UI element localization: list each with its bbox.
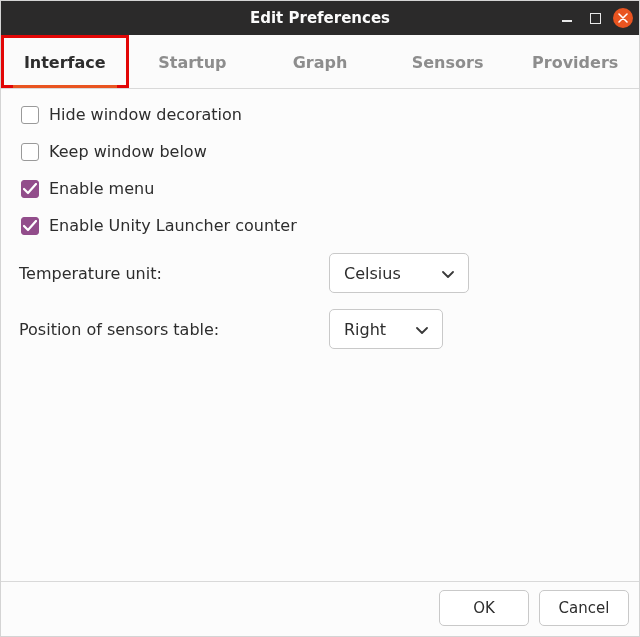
chevron-down-icon bbox=[442, 264, 454, 283]
select-value: Right bbox=[344, 320, 386, 339]
minimize-icon[interactable] bbox=[557, 8, 577, 28]
temperature-unit-select[interactable]: Celsius bbox=[329, 253, 469, 293]
maximize-icon[interactable] bbox=[585, 8, 605, 28]
sensors-position-row: Position of sensors table: Right bbox=[19, 307, 621, 349]
titlebar[interactable]: Edit Preferences bbox=[1, 1, 639, 35]
checkbox-enable-menu-row: Enable menu bbox=[19, 177, 621, 200]
checkbox-label: Enable Unity Launcher counter bbox=[49, 216, 297, 235]
field-label: Position of sensors table: bbox=[19, 320, 329, 339]
preferences-window: Edit Preferences Interface Startup Graph… bbox=[0, 0, 640, 637]
checkbox-keep-below-row: Keep window below bbox=[19, 140, 621, 163]
tab-sensors[interactable]: Sensors bbox=[384, 35, 512, 88]
tab-interface[interactable]: Interface bbox=[1, 35, 129, 88]
tab-label: Interface bbox=[24, 53, 106, 72]
select-value: Celsius bbox=[344, 264, 401, 283]
cancel-button[interactable]: Cancel bbox=[539, 590, 629, 626]
sensors-position-select[interactable]: Right bbox=[329, 309, 443, 349]
tab-graph[interactable]: Graph bbox=[256, 35, 384, 88]
window-controls bbox=[557, 1, 633, 35]
tab-label: Sensors bbox=[412, 53, 484, 72]
tab-label: Startup bbox=[158, 53, 226, 72]
checkbox-label: Enable menu bbox=[49, 179, 154, 198]
tabs: Interface Startup Graph Sensors Provider… bbox=[1, 35, 639, 89]
button-label: Cancel bbox=[559, 599, 610, 617]
tab-providers[interactable]: Providers bbox=[511, 35, 639, 88]
tab-label: Providers bbox=[532, 53, 618, 72]
button-label: OK bbox=[473, 599, 495, 617]
tab-startup[interactable]: Startup bbox=[129, 35, 257, 88]
temperature-unit-row: Temperature unit: Celsius bbox=[19, 251, 621, 293]
checkbox-enable-menu[interactable] bbox=[21, 180, 39, 198]
checkbox-keep-below[interactable] bbox=[21, 143, 39, 161]
window-title: Edit Preferences bbox=[1, 9, 639, 27]
close-icon[interactable] bbox=[613, 8, 633, 28]
tab-label: Graph bbox=[293, 53, 348, 72]
checkbox-unity-counter[interactable] bbox=[21, 217, 39, 235]
field-label: Temperature unit: bbox=[19, 264, 329, 283]
dialog-footer: OK Cancel bbox=[1, 581, 639, 636]
checkbox-unity-counter-row: Enable Unity Launcher counter bbox=[19, 214, 621, 237]
checkbox-hide-decoration[interactable] bbox=[21, 106, 39, 124]
chevron-down-icon bbox=[416, 320, 428, 339]
checkbox-hide-decoration-row: Hide window decoration bbox=[19, 103, 621, 126]
ok-button[interactable]: OK bbox=[439, 590, 529, 626]
checkbox-label: Hide window decoration bbox=[49, 105, 242, 124]
checkbox-label: Keep window below bbox=[49, 142, 207, 161]
content-area: Hide window decoration Keep window below… bbox=[1, 89, 639, 581]
